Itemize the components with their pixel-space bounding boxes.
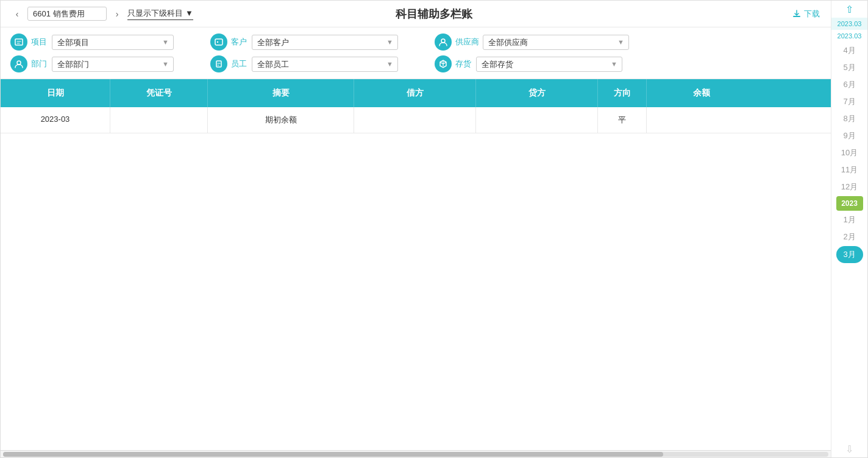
- filter-row-2: 部门 全部部门 ▼ 员工: [10, 55, 858, 72]
- supplier-label: 供应商: [455, 37, 479, 48]
- download-button[interactable]: 下载: [792, 9, 820, 19]
- col-summary: 摘要: [208, 79, 354, 107]
- side-item-1[interactable]: 1月: [831, 211, 867, 228]
- col-date: 日期: [1, 79, 110, 107]
- col-credit: 贷方: [476, 79, 598, 107]
- main-window: ‹ › 只显示下级科目 ▼ 科目辅助多栏账 下载: [0, 0, 868, 458]
- department-icon: [10, 55, 27, 72]
- filter-row-1: 项目 全部项目 ▼ 客户: [10, 33, 858, 51]
- filter-item-inventory: 存货 全部存货 ▼: [435, 55, 622, 72]
- project-icon: [10, 33, 27, 51]
- supplier-select[interactable]: 全部供应商: [483, 35, 629, 50]
- svg-rect-0: [793, 16, 800, 17]
- svg-rect-4: [215, 39, 222, 45]
- filter-dropdown[interactable]: 只显示下级科目 ▼: [127, 8, 193, 20]
- customer-icon: [210, 33, 227, 51]
- cell-date: 2023-03: [1, 107, 110, 133]
- side-item-9[interactable]: 9月: [831, 127, 867, 144]
- download-label: 下载: [804, 9, 820, 19]
- employee-icon: [210, 55, 227, 72]
- svg-rect-7: [216, 61, 221, 67]
- account-code-input[interactable]: [27, 7, 107, 21]
- side-months: 2023.03 2023.03 4月 5月 6月 7月 8月 9月 10月 11…: [831, 79, 867, 440]
- department-select-wrap: 全部部门 ▼: [52, 57, 174, 72]
- cell-voucher: [110, 107, 208, 133]
- cell-summary: 期初余额: [208, 107, 354, 133]
- side-item-8[interactable]: 8月: [831, 110, 867, 127]
- customer-select[interactable]: 全部客户: [252, 35, 398, 50]
- title-left: ‹ › 只显示下级科目 ▼: [10, 7, 193, 21]
- col-voucher: 凭证号: [110, 79, 208, 107]
- department-select[interactable]: 全部部门: [52, 57, 174, 72]
- filter-area: 项目 全部项目 ▼ 客户: [1, 27, 867, 79]
- supplier-icon: [435, 33, 452, 51]
- table-header: 日期 凭证号 摘要 借方 贷方 方向 余额: [1, 79, 831, 107]
- side-item-12[interactable]: 12月: [831, 178, 867, 196]
- title-bar: ‹ › 只显示下级科目 ▼ 科目辅助多栏账 下载: [1, 1, 867, 27]
- cell-debit: [354, 107, 476, 133]
- side-item-3-selected[interactable]: 3月: [836, 246, 863, 263]
- page-title: 科目辅助多栏账: [396, 7, 472, 21]
- inventory-select[interactable]: 全部存货: [476, 57, 622, 72]
- employee-select-wrap: 全部员工 ▼: [252, 57, 398, 72]
- cell-balance: [647, 107, 756, 133]
- scrollbar-thumb: [3, 452, 663, 457]
- table-area: 日期 凭证号 摘要 借方 贷方 方向 余额 2023-03 期初余额 平: [1, 79, 831, 457]
- inventory-label: 存货: [455, 58, 472, 69]
- side-item-10[interactable]: 10月: [831, 144, 867, 161]
- col-balance: 余额: [647, 79, 756, 107]
- download-icon: [792, 9, 802, 19]
- table-body: 2023-03 期初余额 平: [1, 107, 831, 450]
- employee-label: 员工: [231, 58, 248, 69]
- project-select[interactable]: 全部项目: [52, 35, 174, 50]
- cell-direction: 平: [598, 107, 647, 133]
- filter-item-employee: 员工 全部员工 ▼: [210, 55, 398, 72]
- customer-select-wrap: 全部客户 ▼: [252, 35, 398, 50]
- filter-item-department: 部门 全部部门 ▼: [10, 55, 174, 72]
- employee-select[interactable]: 全部员工: [252, 57, 398, 72]
- project-label: 项目: [31, 37, 48, 48]
- prev-button[interactable]: ‹: [10, 7, 24, 21]
- filter-item-customer: 客户 全部客户 ▼: [210, 33, 398, 51]
- svg-point-5: [441, 39, 445, 43]
- svg-point-6: [17, 61, 21, 65]
- filter-item-supplier: 供应商 全部供应商 ▼: [435, 33, 629, 51]
- inventory-icon: [435, 55, 452, 72]
- scrollbar-track: [3, 452, 828, 457]
- side-item-11[interactable]: 11月: [831, 161, 867, 178]
- department-label: 部门: [31, 58, 48, 69]
- side-scroll-down[interactable]: ⇩: [831, 440, 867, 457]
- project-select-wrap: 全部项目 ▼: [52, 35, 174, 50]
- side-item-6[interactable]: 6月: [831, 79, 867, 93]
- filter-item-project: 项目 全部项目 ▼: [10, 33, 174, 51]
- side-panel: ⇧ 2023.03 2023.03 4月 5月 6月 7月 8月 9月 10月 …: [831, 79, 867, 457]
- side-item-year-2023[interactable]: 2023: [836, 196, 863, 211]
- horizontal-scrollbar[interactable]: [1, 450, 831, 457]
- side-item-7[interactable]: 7月: [831, 93, 867, 110]
- col-direction: 方向: [598, 79, 647, 107]
- supplier-select-wrap: 全部供应商 ▼: [483, 35, 629, 50]
- svg-rect-3: [15, 39, 23, 45]
- col-debit: 借方: [354, 79, 476, 107]
- customer-label: 客户: [231, 37, 248, 48]
- table-row[interactable]: 2023-03 期初余额 平: [1, 107, 831, 133]
- cell-credit: [476, 107, 598, 133]
- next-button[interactable]: ›: [110, 7, 124, 21]
- chevron-down-icon: ▼: [185, 9, 193, 18]
- side-item-2[interactable]: 2月: [831, 228, 867, 245]
- filter-dropdown-label: 只显示下级科目: [127, 8, 183, 19]
- inventory-select-wrap: 全部存货 ▼: [476, 57, 622, 72]
